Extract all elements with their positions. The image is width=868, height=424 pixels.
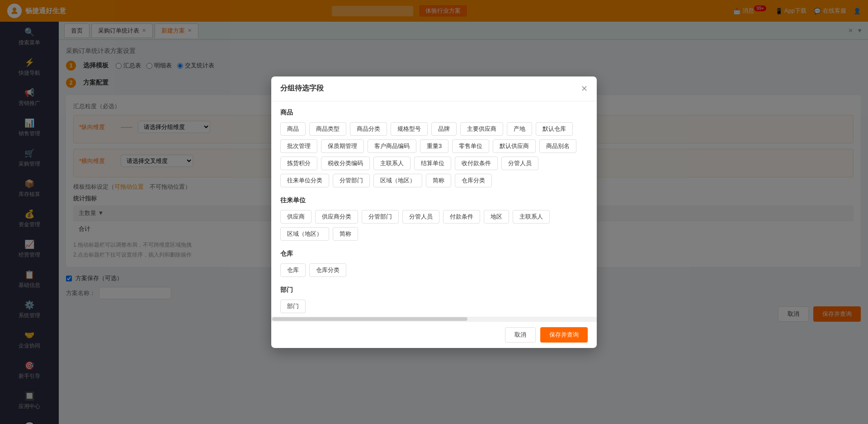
modal-footer: 取消 保存并查询 [271,321,597,348]
chip-default-warehouse[interactable]: 默认仓库 [536,122,573,136]
chip-dept[interactable]: 部门 [280,300,306,313]
chip-warehouse-cat[interactable]: 仓库分类 [455,174,492,187]
chip-region-product[interactable]: 区域（地区） [373,174,422,187]
chip-default-supplier[interactable]: 默认供应商 [493,139,536,153]
chip-tax-code[interactable]: 税收分类编码 [321,157,370,170]
modal-horizontal-scrollbar[interactable] [271,317,597,321]
chip-product-alias[interactable]: 商品别名 [539,139,576,153]
chip-pick-score[interactable]: 拣货积分 [280,157,317,170]
modal-close-btn[interactable]: ✕ [581,84,588,94]
chip-dept-mgmt[interactable]: 分管部门 [333,174,370,187]
section-product-title: 商品 [280,109,588,117]
chip-person-partner[interactable]: 分管人员 [402,210,439,224]
chip-weight3[interactable]: 重量3 [420,139,448,153]
chip-main-contact-partner[interactable]: 主联系人 [513,210,550,224]
chip-product[interactable]: 商品 [280,122,306,136]
chip-product-type[interactable]: 商品类型 [309,122,346,136]
chip-short-name[interactable]: 简称 [426,174,451,187]
chip-expiry-mgmt[interactable]: 保质期管理 [321,139,364,153]
warehouse-chips: 仓库 仓库分类 [280,263,588,277]
chip-payment-terms[interactable]: 收付款条件 [455,157,498,170]
chip-responsible-person[interactable]: 分管人员 [501,157,538,170]
chip-dept-partner[interactable]: 分管部门 [362,210,399,224]
scroll-thumb [272,317,467,321]
modal-dialog: 分组待选字段 ✕ 商品 商品 商品类型 商品分类 规格型号 品牌 主要供应商 产… [271,76,597,348]
section-dept-title: 部门 [280,286,588,294]
chip-region-partner[interactable]: 地区 [484,210,509,224]
section-partner: 往来单位 供应商 供应商分类 分管部门 分管人员 付款条件 地区 主联系人 区域… [280,196,588,241]
chip-brand[interactable]: 品牌 [431,122,457,136]
chip-main-supplier[interactable]: 主要供应商 [460,122,503,136]
chip-payment-cond[interactable]: 付款条件 [443,210,480,224]
chip-settlement-unit[interactable]: 结算单位 [414,157,451,170]
chip-retail-unit[interactable]: 零售单位 [452,139,489,153]
chip-supplier[interactable]: 供应商 [280,210,311,224]
dept-chips: 部门 [280,300,588,313]
chip-main-contact[interactable]: 主联系人 [373,157,410,170]
chip-warehouse-category[interactable]: 仓库分类 [309,263,346,277]
chip-warehouse[interactable]: 仓库 [280,263,306,277]
section-partner-title: 往来单位 [280,196,588,205]
chip-origin[interactable]: 产地 [507,122,532,136]
chip-area-region[interactable]: 区域（地区） [280,227,329,241]
product-chips: 商品 商品类型 商品分类 规格型号 品牌 主要供应商 产地 默认仓库 批次管理 … [280,122,588,187]
modal-overlay: 分组待选字段 ✕ 商品 商品 商品类型 商品分类 规格型号 品牌 主要供应商 产… [0,0,868,424]
chip-partner-category[interactable]: 往来单位分类 [280,174,329,187]
partner-chips: 供应商 供应商分类 分管部门 分管人员 付款条件 地区 主联系人 区域（地区） … [280,210,588,241]
chip-product-category[interactable]: 商品分类 [350,122,387,136]
modal-header: 分组待选字段 ✕ [271,76,597,101]
section-product: 商品 商品 商品类型 商品分类 规格型号 品牌 主要供应商 产地 默认仓库 批次… [280,109,588,187]
chip-customer-code[interactable]: 客户商品编码 [368,139,416,153]
section-warehouse: 仓库 仓库 仓库分类 [280,250,588,277]
chip-supplier-cat[interactable]: 供应商分类 [315,210,358,224]
section-dept: 部门 部门 [280,286,588,313]
chip-batch-mgmt[interactable]: 批次管理 [280,139,317,153]
chip-spec-model[interactable]: 规格型号 [391,122,428,136]
modal-title: 分组待选字段 [280,84,324,93]
section-warehouse-title: 仓库 [280,250,588,258]
modal-cancel-btn[interactable]: 取消 [505,327,536,343]
modal-body: 商品 商品 商品类型 商品分类 规格型号 品牌 主要供应商 产地 默认仓库 批次… [271,101,597,317]
modal-confirm-btn[interactable]: 保存并查询 [540,327,588,343]
chip-abbrev-partner[interactable]: 简称 [333,227,358,241]
